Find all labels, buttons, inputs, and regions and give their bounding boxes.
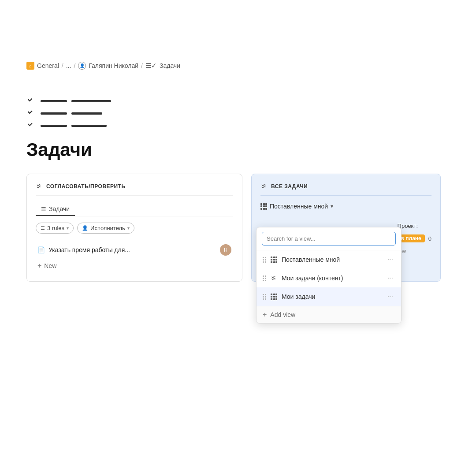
left-card-header: СОГЛАСОВАТЬ/ПРОВЕРИТЬ <box>36 183 233 196</box>
new-label: New <box>44 262 56 269</box>
dropdown-search-area <box>257 227 401 250</box>
grid-icon-3 <box>271 294 277 300</box>
badge-count: 0 <box>428 235 431 242</box>
right-partial-content: Проект: в плане 0 iew <box>398 223 431 254</box>
view-dropdown: Поставленные мной ··· Мои задачи (контен… <box>256 227 402 324</box>
breadcrumb: ⌂ General / ... / 👤 Галяпин Николай / ☰✓… <box>0 0 476 70</box>
project-col-label: Проект: <box>398 223 431 229</box>
breadcrumb-sep3: / <box>141 62 143 69</box>
dropdown-item-3[interactable]: Мои задачи ··· <box>257 287 401 306</box>
add-view-label: Add view <box>270 311 295 318</box>
view-selector-text: Поставленные мной <box>270 203 328 210</box>
tabs-row: ☰ Задачи <box>36 203 233 216</box>
cards-container: СОГЛАСОВАТЬ/ПРОВЕРИТЬ ☰ Задачи ☰ 3 rules… <box>0 174 476 282</box>
tasks-breadcrumb-icon: ☰✓ <box>145 62 157 70</box>
breadcrumb-sep1: / <box>62 62 63 69</box>
tab-list-icon: ☰ <box>41 206 46 212</box>
breadcrumb-user[interactable]: Галяпин Николай <box>89 62 138 69</box>
right-card-header: ВСЕ ЗАДАЧИ <box>260 183 431 196</box>
view-text: iew <box>398 248 431 254</box>
grid-icon-1 <box>271 257 277 263</box>
plus-icon: + <box>37 262 41 270</box>
right-card: ВСЕ ЗАДАЧИ Поставленные мной ▾ <box>251 174 441 282</box>
page-icon <box>26 96 476 130</box>
view-chevron-icon: ▾ <box>331 203 333 209</box>
drag-handle-icon-3 <box>263 294 266 300</box>
dropdown-item-label-1: Поставленные мной <box>282 256 381 263</box>
filter-icon: ☰ <box>41 225 45 231</box>
breadcrumb-tasks[interactable]: Задачи <box>160 62 180 69</box>
task-avatar: Н <box>220 244 231 256</box>
dropdown-item-label-3: Мои задачи <box>282 293 381 300</box>
assignee-filter-chip[interactable]: 👤 Исполнитель ▾ <box>77 223 134 234</box>
left-card-title: СОГЛАСОВАТЬ/ПРОВЕРИТЬ <box>46 183 126 190</box>
chevron-down-icon: ▾ <box>67 226 69 231</box>
more-options-icon-2[interactable]: ··· <box>386 273 395 283</box>
filters-row: ☰ 3 rules ▾ 👤 Исполнитель ▾ <box>36 223 233 234</box>
breadcrumb-ellipsis[interactable]: ... <box>66 62 71 69</box>
dropdown-item-label-2: Мои задачи (контент) <box>282 275 381 282</box>
right-card-title: ВСЕ ЗАДАЧИ <box>271 183 308 190</box>
drag-handle-icon-2 <box>263 275 266 281</box>
plus-add-view-icon: + <box>263 311 267 319</box>
left-card: СОГЛАСОВАТЬ/ПРОВЕРИТЬ ☰ Задачи ☰ 3 rules… <box>26 174 242 282</box>
all-tasks-icon <box>260 183 268 190</box>
add-view-item[interactable]: + Add view <box>257 306 401 323</box>
dropdown-item-1[interactable]: Поставленные мной ··· <box>257 250 401 269</box>
grid-view-icon <box>260 203 267 210</box>
chevron-down-icon-2: ▾ <box>127 226 130 231</box>
tab-tasks[interactable]: ☰ Задачи <box>36 203 75 216</box>
home-icon: ⌂ <box>26 62 34 70</box>
more-options-icon-3[interactable]: ··· <box>386 292 395 301</box>
rules-filter-chip[interactable]: ☰ 3 rules ▾ <box>36 223 74 234</box>
search-input[interactable] <box>262 232 396 245</box>
task-text: Указать время работы для... <box>48 246 216 253</box>
page-title: Задачи <box>26 139 476 160</box>
breadcrumb-sep2: / <box>74 62 75 69</box>
doc-icon: 📄 <box>37 246 45 253</box>
task-row[interactable]: 📄 Указать время работы для... Н <box>36 241 233 259</box>
user-icon: 👤 <box>82 225 88 231</box>
user-avatar-icon: 👤 <box>78 62 86 70</box>
checklist-icon-2 <box>271 275 277 282</box>
breadcrumb-home[interactable]: General <box>37 62 59 69</box>
view-selector[interactable]: Поставленные мной ▾ <box>260 203 431 210</box>
dropdown-item-2[interactable]: Мои задачи (контент) ··· <box>257 269 401 287</box>
more-options-icon-1[interactable]: ··· <box>386 255 395 264</box>
drag-handle-icon <box>263 257 266 263</box>
new-row[interactable]: + New <box>36 259 233 272</box>
checklist-icon <box>36 183 43 190</box>
